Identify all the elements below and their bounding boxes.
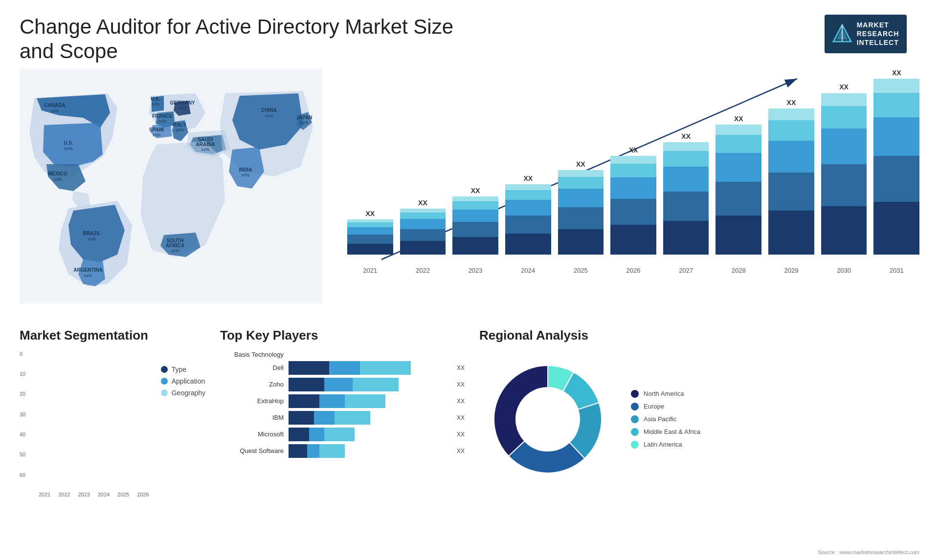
market-bar-value: XX [471,187,480,194]
seg-y-label: 60 [20,472,34,478]
player-bar-inner [289,428,449,441]
donut-legend-label: Latin America [644,441,682,448]
player-bar-segment [289,444,307,458]
svg-text:xx%: xx% [158,119,166,124]
player-bar-container [289,361,449,375]
market-bar-segment [505,190,551,200]
player-bar-segment [319,394,345,408]
regional-section: Regional Analysis North AmericaEuropeAsi… [479,328,919,533]
player-value: XX [457,381,465,388]
market-bar-value: XX [734,115,743,123]
svg-text:xx%: xx% [88,237,96,241]
player-bar-inner [289,394,449,408]
donut-chart [479,351,616,488]
svg-text:xx%: xx% [201,147,209,152]
market-x-label: 2026 [610,267,656,274]
market-bar-value: XX [523,174,533,182]
seg-y-label: 10 [20,371,34,377]
market-bar-segment [452,222,498,237]
seg-y-label: 50 [20,452,34,457]
legend-dot [161,389,168,396]
player-name: Zoho [220,381,284,388]
market-bar-segment [452,201,498,210]
market-bar-segment [715,153,761,182]
market-bars: XXXXXXXXXXXXXXXXXXXXXX [347,69,919,255]
market-bar-stack [821,93,867,255]
svg-text:GERMANY: GERMANY [170,100,195,106]
svg-text:JAPAN: JAPAN [296,115,312,120]
source-text: Source : www.marketresearchintellect.com [818,549,919,555]
legend-item: Type [161,366,205,373]
svg-text:BRAZIL: BRAZIL [83,231,101,236]
player-bar-segment [329,361,360,375]
market-x-label: 2024 [505,267,551,274]
logo-text: MARKET RESEARCH INTELLECT [857,21,899,47]
svg-text:xx%: xx% [171,248,179,253]
market-bar-segment [663,167,709,192]
market-bar-stack [347,219,393,255]
market-x-label: 2023 [452,267,498,274]
player-bar-container [289,394,449,408]
market-bar-value: XX [629,146,638,154]
player-row: IBMXX [220,411,465,425]
market-bar-segment [347,235,393,244]
seg-y-label: 30 [20,411,34,417]
market-chart: XXXXXXXXXXXXXXXXXXXXXX 20212022202320242… [342,69,919,274]
donut-legend-item: Asia Pacific [631,415,700,423]
market-x-labels: 2021202220232024202520262027202820292030… [347,267,919,274]
market-bar-value: XX [839,83,849,91]
player-row: DellXX [220,361,465,375]
market-bar-segment [768,120,814,141]
svg-text:ITALY: ITALY [173,122,186,128]
market-bar-segment [347,222,393,227]
donut-legend-color [631,428,639,436]
market-bar-col: XX [400,199,446,255]
legend-label: Type [172,366,186,373]
logo-box: MARKET RESEARCH INTELLECT [825,15,907,53]
player-bar-inner [289,378,449,391]
market-bar-segment [505,184,551,190]
seg-y-label: 0 [20,351,34,357]
player-bar-segment [353,378,399,391]
market-bar-segment [400,213,446,219]
donut-legend-label: Middle East & Africa [644,428,700,435]
donut-legend-item: North America [631,390,700,398]
market-x-label: 2025 [558,267,604,274]
player-bar-segment [289,394,319,408]
market-bar-segment [768,172,814,211]
market-bar-segment [347,244,393,255]
market-bar-stack [715,125,761,255]
market-bar-col: XX [505,174,551,255]
player-value: XX [457,414,465,421]
donut-segment [494,366,548,456]
market-x-label: 2021 [347,267,393,274]
donut-legend-label: Asia Pacific [644,415,676,423]
svg-text:xx%: xx% [241,172,249,177]
player-bar-segment [289,378,324,391]
market-bar-stack [505,184,551,255]
player-bar-container [289,378,449,391]
player-bar-segment [289,428,309,441]
market-bar-segment [873,202,919,255]
svg-text:ARGENTINA: ARGENTINA [73,267,102,273]
legend-item: Geography [161,389,205,397]
market-bar-value: XX [365,210,375,217]
player-row: MicrosoftXX [220,428,465,441]
market-bar-segment [400,209,446,213]
bottom-area: Market Segmentation 6050403020100 202120… [0,323,939,533]
donut-legend-color [631,441,639,449]
market-bar-segment [768,108,814,120]
player-row: Quest SoftwareXX [220,444,465,458]
seg-x-label: 2026 [135,492,151,497]
market-bar-segment [768,141,814,173]
donut-legend-color [631,390,639,398]
market-bar-segment [610,156,656,164]
market-bar-stack [558,170,604,255]
player-bar-segment [324,378,353,391]
legend-label: Geography [172,389,205,397]
svg-text:xx%: xx% [53,177,62,182]
market-bar-segment [558,170,604,177]
market-bar-col: XX [610,146,656,255]
player-bar-segment [309,428,324,441]
svg-text:xx%: xx% [84,273,92,278]
